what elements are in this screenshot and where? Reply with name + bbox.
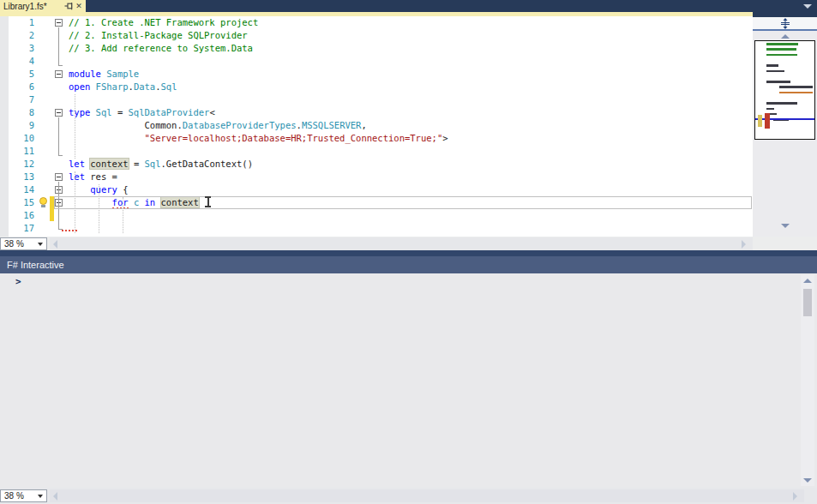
fsi-bottom-bar: 38 % bbox=[0, 488, 817, 504]
line-number: 3 bbox=[0, 42, 34, 55]
scroll-left-icon[interactable] bbox=[53, 240, 57, 249]
fsi-zoom-value: 38 % bbox=[4, 491, 24, 501]
scroll-left-icon[interactable] bbox=[53, 492, 57, 501]
dropdown-arrow-icon bbox=[38, 243, 43, 246]
line-number: 12 bbox=[0, 158, 34, 171]
code-text: // 3. Add reference to System.Data bbox=[69, 42, 253, 55]
scrollbar-minimap[interactable] bbox=[754, 40, 815, 140]
code-line[interactable]: 17 bbox=[0, 222, 753, 235]
code-line[interactable]: 9 Common.DatabaseProviderTypes.MSSQLSERV… bbox=[0, 119, 753, 132]
line-number: 8 bbox=[0, 106, 34, 119]
line-number: 7 bbox=[0, 93, 34, 106]
code-text: "Server=localhost;Database=HR;Trusted_Co… bbox=[69, 132, 448, 145]
scroll-up-icon[interactable] bbox=[803, 279, 812, 283]
indent-guide bbox=[75, 94, 75, 159]
fsi-vscrollbar[interactable] bbox=[801, 275, 814, 486]
line-number: 5 bbox=[0, 68, 34, 81]
code-line[interactable]: 1// 1. Create .NET Framework project bbox=[0, 16, 753, 29]
fsi-titlebar[interactable]: F# Interactive ✕ bbox=[0, 256, 817, 273]
tab-library1[interactable]: Library1.fs* ✕ bbox=[0, 0, 86, 12]
fsi-prompt: > bbox=[15, 276, 21, 287]
fold-toggle[interactable] bbox=[55, 173, 63, 181]
line-number: 14 bbox=[0, 183, 34, 196]
fsi-hscrollbar[interactable] bbox=[50, 489, 804, 502]
code-line[interactable]: 5module Sample bbox=[0, 68, 753, 81]
document-tabstrip: Library1.fs* ✕ bbox=[0, 0, 817, 12]
editor-zoom-dropdown[interactable]: 38 % bbox=[0, 237, 47, 250]
code-line[interactable]: 15 for c in context bbox=[0, 196, 753, 209]
error-squiggle bbox=[62, 229, 77, 231]
code-line[interactable]: 7 bbox=[0, 93, 753, 106]
editor-right-column bbox=[753, 12, 817, 237]
close-icon[interactable]: ✕ bbox=[75, 2, 83, 10]
code-line[interactable]: 6open FSharp.Data.Sql bbox=[0, 81, 753, 93]
editor-bottom-bar: 38 % bbox=[0, 237, 817, 250]
code-editor[interactable]: 1// 1. Create .NET Framework project2// … bbox=[0, 16, 753, 237]
triangle-up-icon bbox=[781, 34, 790, 39]
indent-guide bbox=[123, 197, 123, 233]
code-line[interactable]: 11 bbox=[0, 145, 753, 158]
line-number: 4 bbox=[0, 55, 34, 68]
indent-guide bbox=[75, 171, 75, 233]
scroll-right-icon[interactable] bbox=[793, 492, 797, 501]
code-text: // 1. Create .NET Framework project bbox=[69, 16, 258, 29]
code-text: open FSharp.Data.Sql bbox=[69, 81, 177, 93]
minimap-line bbox=[766, 48, 796, 51]
code-line[interactable]: 4 bbox=[0, 55, 753, 68]
fold-toggle[interactable] bbox=[55, 19, 63, 27]
split-editor-handle[interactable] bbox=[753, 17, 817, 31]
code-text: for c in context bbox=[69, 196, 204, 209]
minimap-change-marker bbox=[758, 115, 762, 127]
panel-top-border[interactable] bbox=[0, 250, 817, 256]
line-number: 16 bbox=[0, 209, 34, 222]
code-text: type Sql = SqlDataProvider< bbox=[69, 106, 215, 119]
editor-zoom-value: 38 % bbox=[4, 239, 24, 249]
code-line[interactable]: 12let context = Sql.GetDataContext() bbox=[0, 158, 753, 171]
ibeam-cursor bbox=[205, 196, 211, 207]
fsi-zoom-dropdown[interactable]: 38 % bbox=[0, 489, 47, 502]
code-line[interactable]: 14 query { bbox=[0, 183, 753, 196]
line-number: 2 bbox=[0, 29, 34, 42]
code-text: let res = bbox=[69, 171, 117, 183]
code-line[interactable]: 10 "Server=localhost;Database=HR;Trusted… bbox=[0, 132, 753, 145]
scroll-down-button[interactable] bbox=[753, 220, 817, 231]
minimap-line bbox=[766, 70, 784, 73]
code-line[interactable]: 2// 2. Install-Package SQLProvider bbox=[0, 29, 753, 42]
line-number: 17 bbox=[0, 222, 34, 235]
chevron-down-icon[interactable] bbox=[803, 4, 812, 9]
line-number: 10 bbox=[0, 132, 34, 145]
minimap-line bbox=[779, 92, 813, 94]
code-text: let context = Sql.GetDataContext() bbox=[69, 158, 253, 171]
fsi-output-area[interactable]: > bbox=[0, 273, 817, 488]
minimap-error-marker bbox=[765, 113, 770, 129]
code-text: module Sample bbox=[69, 68, 139, 81]
minimap-line bbox=[770, 113, 776, 116]
outline-line bbox=[58, 117, 63, 156]
line-number: 11 bbox=[0, 145, 34, 158]
minimap-line bbox=[766, 43, 798, 45]
fold-toggle[interactable] bbox=[55, 109, 63, 117]
pin-icon[interactable] bbox=[64, 2, 73, 10]
fsi-title: F# Interactive bbox=[7, 260, 64, 270]
line-number: 1 bbox=[0, 16, 34, 29]
line-number: 13 bbox=[0, 171, 34, 183]
minimap-line bbox=[766, 81, 790, 83]
line-number: 9 bbox=[0, 119, 34, 132]
code-line[interactable]: 16 bbox=[0, 209, 753, 222]
scrollbar-thumb[interactable] bbox=[803, 289, 812, 316]
scroll-down-icon[interactable] bbox=[803, 478, 812, 483]
tab-title: Library1.fs* bbox=[3, 2, 63, 11]
code-line[interactable]: 3// 3. Add reference to System.Data bbox=[0, 42, 753, 55]
minimap-line bbox=[766, 108, 774, 111]
visual-studio-window: Library1.fs* ✕ 1// 1. Create .NET Framew… bbox=[0, 0, 817, 504]
editor-hscrollbar[interactable] bbox=[50, 237, 753, 250]
change-bar bbox=[50, 196, 54, 221]
scroll-right-icon[interactable] bbox=[742, 240, 746, 249]
code-line[interactable]: 8type Sql = SqlDataProvider< bbox=[0, 106, 753, 119]
code-line[interactable]: 13let res = bbox=[0, 171, 753, 183]
minimap-line bbox=[766, 54, 797, 57]
fold-toggle[interactable] bbox=[55, 70, 63, 78]
line-number: 6 bbox=[0, 81, 34, 93]
code-text: Common.DatabaseProviderTypes.MSSQLSERVER… bbox=[69, 119, 367, 132]
lightbulb-icon[interactable] bbox=[39, 197, 48, 208]
